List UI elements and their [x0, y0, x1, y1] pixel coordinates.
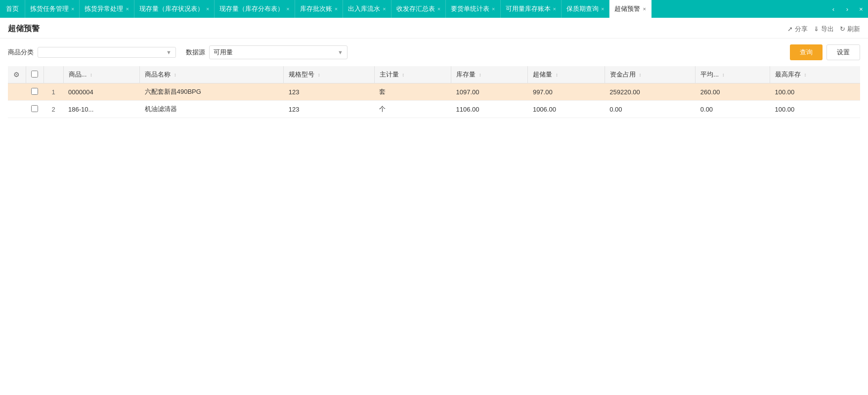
th-capital[interactable]: 资金占用 ↕ [605, 66, 695, 83]
row-checkbox[interactable] [31, 88, 38, 95]
query-button[interactable]: 查询 [790, 44, 823, 60]
th-spec-label: 规格型号 [289, 71, 314, 78]
row-checkbox[interactable] [31, 105, 38, 112]
th-max-stock-label: 最高库存 [775, 71, 801, 78]
nav-tab-tab8[interactable]: 要货单统计表× [446, 0, 500, 18]
select-all-checkbox[interactable] [31, 71, 38, 78]
page-header: 超储预警 ➚ 分享 ⇓ 导出 ↻ 刷新 [0, 18, 868, 39]
nav-tab-close[interactable]: × [643, 6, 646, 12]
nav-tab-close[interactable]: × [553, 6, 556, 12]
nav-arrow-close[interactable]: × [854, 0, 868, 18]
td-product-code: 186-10... [63, 101, 140, 118]
category-select[interactable]: ▼ [38, 47, 176, 58]
sort-icon-capital: ↕ [639, 72, 641, 78]
th-overstock[interactable]: 超储量 ↕ [528, 66, 605, 83]
nav-tab-tab9[interactable]: 可用量库存账本× [501, 0, 562, 18]
export-button[interactable]: ⇓ 导出 [814, 25, 834, 34]
td-product-code: 0000004 [63, 83, 140, 101]
datasource-filter: 数据源 可用量 ▼ [186, 45, 347, 59]
nav-tab-label: 超储预警 [614, 4, 640, 13]
datasource-select[interactable]: 可用量 ▼ [209, 45, 347, 59]
td-max-stock: 100.00 [770, 83, 860, 101]
share-icon: ➚ [787, 25, 793, 33]
sort-icon-unit: ↕ [402, 72, 404, 78]
th-checkbox[interactable] [26, 66, 43, 83]
td-settings [8, 101, 26, 118]
td-settings [8, 83, 26, 101]
nav-tab-tab5[interactable]: 库存批次账× [295, 0, 343, 18]
nav-tab-tab3[interactable]: 现存量（库存状况表）× [134, 0, 215, 18]
nav-arrow-left[interactable]: ‹ [826, 0, 840, 18]
td-rownum: 1 [43, 83, 63, 101]
data-table: ⚙ 商品... ↕ 商品名称 ↕ 规格型号 [8, 66, 860, 118]
datasource-label: 数据源 [186, 48, 205, 57]
th-product-name[interactable]: 商品名称 ↕ [140, 66, 284, 83]
nav-tab-close[interactable]: × [335, 6, 338, 12]
refresh-button[interactable]: ↻ 刷新 [840, 25, 860, 34]
th-product-code[interactable]: 商品... ↕ [63, 66, 140, 83]
nav-tab-close[interactable]: × [601, 6, 604, 12]
nav-tab-label: 收发存汇总表 [396, 4, 435, 13]
nav-tab-label: 库存批次账 [300, 4, 332, 13]
nav-tab-close[interactable]: × [286, 6, 289, 12]
th-overstock-label: 超储量 [533, 71, 552, 78]
th-product-name-label: 商品名称 [145, 71, 171, 78]
header-actions: ➚ 分享 ⇓ 导出 ↻ 刷新 [787, 25, 860, 34]
home-nav-item[interactable]: 首页 [0, 0, 25, 18]
table-header-row: ⚙ 商品... ↕ 商品名称 ↕ 规格型号 [8, 66, 860, 83]
datasource-select-value: 可用量 [214, 48, 233, 57]
nav-tab-close[interactable]: × [492, 6, 495, 12]
nav-tab-tab2[interactable]: 拣货异常处理× [80, 0, 134, 18]
th-stock[interactable]: 库存量 ↕ [451, 66, 528, 83]
gear-icon: ⚙ [13, 71, 20, 79]
nav-tab-label: 要货单统计表 [451, 4, 489, 13]
top-navigation: 首页 拣货任务管理×拣货异常处理×现存量（库存状况表）×现存量（库存分布表）×库… [0, 0, 868, 18]
filter-bar: 商品分类 ▼ 数据源 可用量 ▼ 查询 设置 [0, 39, 868, 66]
td-checkbox[interactable] [26, 101, 43, 118]
sort-icon-overstock: ↕ [556, 72, 558, 78]
nav-tab-tab10[interactable]: 保质期查询× [562, 0, 609, 18]
th-avg[interactable]: 平均... ↕ [695, 66, 770, 83]
nav-tab-tab1[interactable]: 拣货任务管理× [25, 0, 80, 18]
th-capital-label: 资金占用 [610, 71, 636, 78]
refresh-icon: ↻ [840, 25, 845, 33]
nav-arrow-right[interactable]: › [840, 0, 854, 18]
nav-tab-label: 拣货任务管理 [30, 4, 69, 13]
export-icon: ⇓ [814, 25, 819, 33]
sort-icon-spec: ↕ [318, 72, 320, 78]
th-max-stock[interactable]: 最高库存 ↕ [770, 66, 860, 83]
nav-tab-tab4[interactable]: 现存量（库存分布表）× [215, 0, 295, 18]
settings-button[interactable]: 设置 [826, 44, 860, 60]
th-unit[interactable]: 主计量 ↕ [374, 66, 451, 83]
nav-tab-close[interactable]: × [206, 6, 209, 12]
nav-tab-close[interactable]: × [126, 6, 129, 12]
td-checkbox[interactable] [26, 83, 43, 101]
page-content: 超储预警 ➚ 分享 ⇓ 导出 ↻ 刷新 商品分类 ▼ 数据源 [0, 18, 868, 395]
table-wrapper: ⚙ 商品... ↕ 商品名称 ↕ 规格型号 [0, 66, 868, 118]
filter-actions: 查询 设置 [790, 44, 860, 60]
nav-tab-close[interactable]: × [383, 6, 386, 12]
th-settings[interactable]: ⚙ [8, 66, 26, 83]
td-overstock: 1006.00 [528, 101, 605, 118]
sort-icon-max-stock: ↕ [804, 72, 807, 78]
td-unit: 套 [374, 83, 451, 101]
chevron-down-icon: ▼ [166, 49, 172, 55]
nav-tab-close[interactable]: × [71, 6, 74, 12]
td-stock: 1097.00 [451, 83, 528, 101]
nav-tab-label: 出入库流水 [348, 4, 380, 13]
th-avg-label: 平均... [700, 71, 719, 78]
share-button[interactable]: ➚ 分享 [787, 25, 808, 34]
nav-tab-label: 可用量库存账本 [506, 4, 551, 13]
category-filter: 商品分类 ▼ [8, 47, 176, 58]
sort-icon-product-code: ↕ [90, 72, 92, 78]
th-stock-label: 库存量 [456, 71, 476, 78]
nav-tab-tab11[interactable]: 超储预警× [609, 0, 651, 18]
nav-tab-tab6[interactable]: 出入库流水× [343, 0, 391, 18]
td-spec: 123 [284, 101, 375, 118]
nav-tab-tab7[interactable]: 收发存汇总表× [391, 0, 446, 18]
nav-tab-close[interactable]: × [437, 6, 440, 12]
th-unit-label: 主计量 [380, 71, 399, 78]
page-title: 超储预警 [8, 24, 40, 34]
th-spec[interactable]: 规格型号 ↕ [284, 66, 375, 83]
chevron-down-icon-2: ▼ [338, 49, 343, 55]
